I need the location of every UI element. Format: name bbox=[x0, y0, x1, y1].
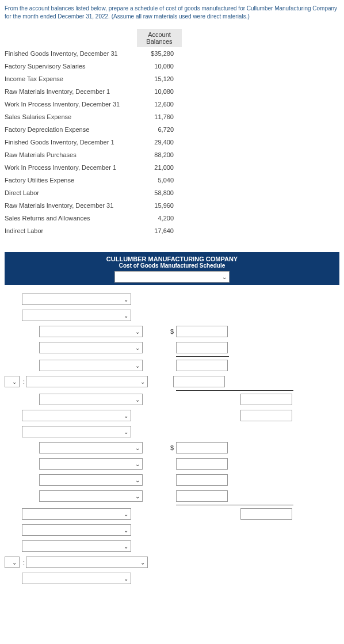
account-name: Factory Supervisory Salaries bbox=[5, 60, 137, 73]
account-name: Finished Goods Inventory, December 1 bbox=[5, 136, 137, 148]
line-item-select[interactable]: ⌄ bbox=[22, 310, 131, 321]
dollar-sign: $ bbox=[168, 444, 176, 451]
table-row: Factory Supervisory Salaries10,080 bbox=[5, 60, 182, 73]
table-row: Raw Materials Purchases88,200 bbox=[5, 148, 182, 161]
amount-input[interactable] bbox=[173, 376, 225, 387]
account-name: Direct Labor bbox=[5, 186, 137, 199]
line-item-select[interactable]: ⌄ bbox=[39, 490, 143, 502]
schedule-body: ⌄ ⌄ ⌄ $ ⌄ ⌄ ⌄ : ⌄ bbox=[5, 293, 339, 585]
subtotal-rule bbox=[176, 356, 229, 357]
table-row: Indirect Labor17,640 bbox=[5, 224, 182, 237]
account-name: Raw Materials Inventory, December 1 bbox=[5, 85, 137, 98]
account-balances-table: Account Balances Finished Goods Inventor… bbox=[5, 29, 182, 237]
line-item-select[interactable]: ⌄ bbox=[22, 524, 131, 536]
line-item-select[interactable]: ⌄ bbox=[39, 326, 143, 337]
table-row: Direct Labor58,800 bbox=[5, 186, 182, 199]
chevron-down-icon: ⌄ bbox=[124, 296, 128, 303]
line-item-select[interactable]: ⌄ bbox=[26, 376, 148, 387]
colon: : bbox=[22, 559, 26, 566]
amount-input[interactable] bbox=[240, 394, 292, 405]
table-row: Income Tax Expense15,120 bbox=[5, 73, 182, 85]
account-value: 11,760 bbox=[137, 110, 182, 123]
subtotal-rule bbox=[176, 390, 293, 391]
chevron-down-icon: ⌄ bbox=[140, 379, 145, 385]
amount-input[interactable] bbox=[240, 410, 292, 421]
line-item-select[interactable]: ⌄ bbox=[39, 458, 143, 470]
sign-select[interactable]: ⌄ bbox=[5, 376, 20, 387]
chevron-down-icon: ⌄ bbox=[124, 527, 128, 534]
account-value: 88,200 bbox=[137, 148, 182, 161]
line-item-select[interactable]: ⌄ bbox=[39, 474, 143, 486]
account-name: Work In Process Inventory, December 1 bbox=[5, 161, 137, 174]
account-name: Finished Goods Inventory, December 31 bbox=[5, 47, 137, 60]
colon: : bbox=[22, 378, 26, 385]
amount-input[interactable] bbox=[240, 508, 292, 520]
account-value: 12,600 bbox=[137, 98, 182, 110]
chevron-down-icon: ⌄ bbox=[124, 511, 128, 517]
account-value: 5,040 bbox=[137, 174, 182, 186]
instructions-text: From the account balances listed below, … bbox=[5, 5, 339, 21]
chevron-down-icon: ⌄ bbox=[140, 559, 145, 566]
chevron-down-icon: ⌄ bbox=[222, 274, 227, 280]
table-row: Finished Goods Inventory, December 129,4… bbox=[5, 136, 182, 148]
account-value: 15,120 bbox=[137, 73, 182, 85]
account-value: 10,080 bbox=[137, 60, 182, 73]
account-value: 6,720 bbox=[137, 123, 182, 136]
amount-input[interactable] bbox=[176, 442, 228, 454]
balances-header: Account Balances bbox=[137, 29, 182, 47]
chevron-down-icon: ⌄ bbox=[124, 429, 128, 435]
line-item-select[interactable]: ⌄ bbox=[39, 360, 143, 371]
chevron-down-icon: ⌄ bbox=[135, 363, 140, 369]
schedule-header: CULLUMBER MANUFACTURING COMPANY Cost of … bbox=[5, 252, 339, 285]
account-value: 58,800 bbox=[137, 186, 182, 199]
line-item-select[interactable]: ⌄ bbox=[22, 573, 131, 584]
amount-input[interactable] bbox=[176, 458, 228, 470]
chevron-down-icon: ⌄ bbox=[124, 413, 128, 419]
amount-input[interactable] bbox=[176, 474, 228, 486]
account-value: 10,080 bbox=[137, 85, 182, 98]
account-name: Raw Materials Purchases bbox=[5, 148, 137, 161]
chevron-down-icon: ⌄ bbox=[12, 559, 17, 566]
chevron-down-icon: ⌄ bbox=[135, 461, 140, 467]
chevron-down-icon: ⌄ bbox=[124, 543, 128, 550]
account-name: Sales Salaries Expense bbox=[5, 110, 137, 123]
line-item-select[interactable]: ⌄ bbox=[22, 540, 131, 552]
chevron-down-icon: ⌄ bbox=[124, 313, 128, 319]
chevron-down-icon: ⌄ bbox=[135, 477, 140, 483]
line-item-select[interactable]: ⌄ bbox=[39, 394, 143, 405]
amount-input[interactable] bbox=[176, 326, 228, 337]
amount-input[interactable] bbox=[176, 360, 228, 371]
account-name: Sales Returns and Allowances bbox=[5, 212, 137, 224]
chevron-down-icon: ⌄ bbox=[12, 379, 17, 385]
account-name: Income Tax Expense bbox=[5, 73, 137, 85]
account-value: 29,400 bbox=[137, 136, 182, 148]
date-select[interactable]: ⌄ bbox=[114, 271, 230, 283]
table-row: Finished Goods Inventory, December 31$35… bbox=[5, 47, 182, 60]
account-value: 17,640 bbox=[137, 224, 182, 237]
line-item-select[interactable]: ⌄ bbox=[26, 557, 148, 568]
chevron-down-icon: ⌄ bbox=[124, 576, 128, 582]
table-row: Sales Returns and Allowances4,200 bbox=[5, 212, 182, 224]
amount-input[interactable] bbox=[176, 342, 228, 353]
schedule-subtitle: Cost of Goods Manufactured Schedule bbox=[7, 262, 337, 269]
chevron-down-icon: ⌄ bbox=[135, 493, 140, 500]
account-value: $35,280 bbox=[137, 47, 182, 60]
company-name: CULLUMBER MANUFACTURING COMPANY bbox=[7, 256, 337, 262]
account-name: Factory Depreciation Expense bbox=[5, 123, 137, 136]
chevron-down-icon: ⌄ bbox=[135, 397, 140, 403]
table-row: Work In Process Inventory, December 3112… bbox=[5, 98, 182, 110]
line-item-select[interactable]: ⌄ bbox=[22, 426, 131, 437]
sign-select[interactable]: ⌄ bbox=[5, 557, 20, 568]
account-name: Factory Utilities Expense bbox=[5, 174, 137, 186]
line-item-select[interactable]: ⌄ bbox=[39, 442, 143, 454]
table-row: Factory Depreciation Expense6,720 bbox=[5, 123, 182, 136]
subtotal-rule bbox=[176, 505, 293, 505]
line-item-select[interactable]: ⌄ bbox=[39, 342, 143, 353]
table-row: Sales Salaries Expense11,760 bbox=[5, 110, 182, 123]
account-value: 4,200 bbox=[137, 212, 182, 224]
chevron-down-icon: ⌄ bbox=[135, 345, 140, 351]
line-item-select[interactable]: ⌄ bbox=[22, 410, 131, 421]
amount-input[interactable] bbox=[176, 490, 228, 502]
line-item-select[interactable]: ⌄ bbox=[22, 508, 131, 520]
line-item-select[interactable]: ⌄ bbox=[22, 294, 131, 305]
